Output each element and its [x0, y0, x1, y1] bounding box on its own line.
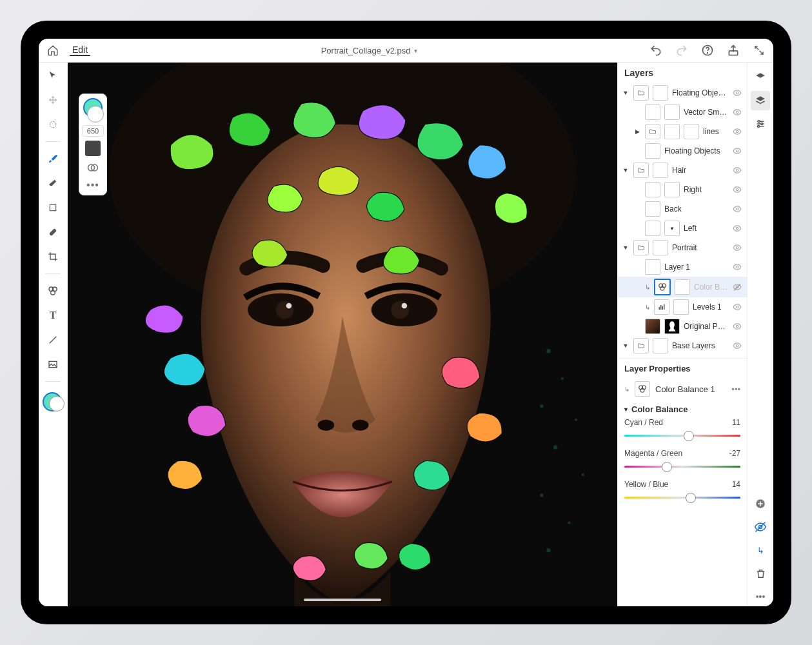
more-options-icon[interactable]: ••• — [86, 179, 99, 191]
chevron-down-icon[interactable]: ▾ — [414, 47, 417, 54]
layer-thumb — [645, 221, 660, 236]
clip-rail-icon[interactable]: ↳ — [751, 541, 770, 560]
svg-point-56 — [761, 123, 763, 125]
delete-rail-icon[interactable] — [751, 564, 770, 583]
color-balance-section[interactable]: ▾ Color Balance — [618, 399, 747, 415]
layer-label: Original Portr… — [684, 322, 729, 331]
redo-button[interactable] — [674, 43, 689, 58]
layer-label: Color Balan… — [694, 283, 729, 292]
layer-row[interactable]: Vector Smart… — [618, 103, 747, 122]
help-icon[interactable] — [700, 43, 715, 58]
layer-row[interactable]: ▼Left — [618, 219, 747, 238]
canvas[interactable] — [68, 63, 617, 606]
layer-row[interactable]: ▼Base Layers — [618, 336, 747, 355]
layer-row[interactable]: ↳Levels 1 — [618, 297, 747, 317]
visibility-toggle[interactable] — [733, 224, 743, 233]
layer-row[interactable]: ↳Color Balan… — [618, 277, 747, 297]
disclosure-icon[interactable]: ▼ — [622, 342, 629, 349]
svg-point-32 — [736, 111, 738, 114]
svg-point-30 — [546, 548, 550, 552]
svg-point-25 — [575, 419, 577, 421]
svg-point-38 — [736, 227, 738, 230]
layer-thumb — [654, 299, 669, 315]
disclosure-icon[interactable]: ▶ — [633, 128, 641, 135]
artwork-portrait — [68, 63, 617, 606]
visibility-toggle[interactable] — [733, 341, 743, 350]
fullscreen-icon[interactable] — [751, 43, 767, 58]
layer-row[interactable]: ▶lines — [618, 122, 747, 141]
svg-point-29 — [568, 521, 570, 524]
svg-point-1 — [708, 53, 708, 54]
visibility-toggle[interactable] — [733, 263, 743, 272]
heal-tool[interactable] — [44, 223, 62, 241]
layer-row[interactable]: Back — [618, 199, 747, 219]
more-rail-icon[interactable]: ••• — [751, 587, 770, 606]
brush-blend-icon[interactable] — [85, 160, 101, 175]
visibility-toggle[interactable] — [733, 166, 743, 175]
disclosure-icon[interactable]: ▼ — [622, 90, 629, 96]
visibility-toggle[interactable] — [733, 185, 743, 194]
brush-color-swatch[interactable] — [83, 98, 103, 121]
color-balance-slider[interactable]: Yellow / Blue14 — [618, 477, 747, 508]
more-icon[interactable]: ••• — [731, 384, 740, 394]
type-tool[interactable]: T — [44, 306, 62, 324]
right-rail: ↳ ••• — [747, 63, 773, 606]
disclosure-icon[interactable]: ▼ — [622, 244, 629, 251]
visibility-toggle[interactable] — [733, 108, 743, 117]
home-indicator — [304, 599, 381, 601]
layer-stack-rail-icon[interactable] — [751, 91, 770, 110]
svg-rect-46 — [660, 305, 662, 310]
eraser-tool[interactable] — [44, 174, 62, 192]
visibility-toggle[interactable] — [733, 303, 743, 312]
layer-label: Left — [684, 224, 729, 233]
brush-tool[interactable] — [44, 150, 62, 168]
svg-point-54 — [640, 388, 644, 392]
layer-row[interactable]: ▼Floating Objects (alway… — [618, 83, 747, 103]
color-balance-slider[interactable]: Cyan / Red11 — [618, 415, 747, 446]
home-icon[interactable] — [45, 43, 61, 58]
transform-tool[interactable] — [44, 91, 62, 109]
visibility-toggle[interactable] — [733, 322, 743, 331]
line-tool[interactable] — [44, 331, 62, 349]
foreground-background-color[interactable] — [43, 390, 63, 414]
layer-row[interactable]: Right — [618, 180, 747, 199]
layer-row[interactable]: Layer 1 — [618, 257, 747, 277]
lasso-tool[interactable] — [44, 115, 62, 134]
layer-row[interactable]: Original Portr… — [618, 317, 747, 336]
left-toolbar: T — [39, 63, 68, 606]
visibility-toggle[interactable] — [733, 204, 743, 213]
adjustments-rail-icon[interactable] — [751, 114, 770, 134]
svg-point-19 — [402, 303, 408, 309]
edit-menu[interactable]: Edit — [70, 45, 90, 56]
disclosure-icon[interactable]: ▼ — [622, 167, 629, 174]
share-icon[interactable] — [726, 43, 741, 58]
crop-tool[interactable] — [44, 248, 62, 266]
layer-thumb — [673, 299, 689, 315]
layer-row[interactable]: ▼Hair — [618, 161, 747, 180]
brush-hardness-swatch[interactable] — [85, 141, 101, 156]
layer-row[interactable]: Floating Objects — [618, 141, 747, 161]
svg-rect-48 — [664, 304, 665, 310]
move-tool[interactable] — [44, 66, 62, 84]
layers-rail-icon[interactable] — [751, 68, 770, 87]
undo-button[interactable] — [648, 43, 664, 58]
shape-tool[interactable] — [44, 282, 62, 300]
svg-rect-47 — [662, 306, 664, 310]
visibility-toggle[interactable] — [733, 88, 743, 97]
svg-rect-45 — [659, 307, 660, 310]
svg-point-20 — [318, 420, 335, 431]
visibility-toggle[interactable] — [733, 127, 743, 136]
brush-size-input[interactable]: 650 — [82, 125, 104, 137]
add-layer-icon[interactable] — [751, 494, 770, 513]
image-tool[interactable] — [44, 355, 62, 373]
color-balance-slider[interactable]: Magenta / Green-27 — [618, 446, 747, 477]
visibility-rail-icon[interactable] — [751, 517, 770, 537]
fill-tool[interactable] — [44, 199, 62, 217]
layer-label: lines — [703, 127, 729, 136]
document-title[interactable]: Portrait_Collage_v2.psd — [321, 46, 411, 55]
visibility-toggle[interactable] — [733, 146, 743, 155]
svg-point-23 — [561, 377, 564, 380]
layer-row[interactable]: ▼Portrait — [618, 238, 747, 257]
visibility-toggle[interactable] — [733, 243, 743, 252]
visibility-toggle[interactable] — [733, 283, 743, 292]
